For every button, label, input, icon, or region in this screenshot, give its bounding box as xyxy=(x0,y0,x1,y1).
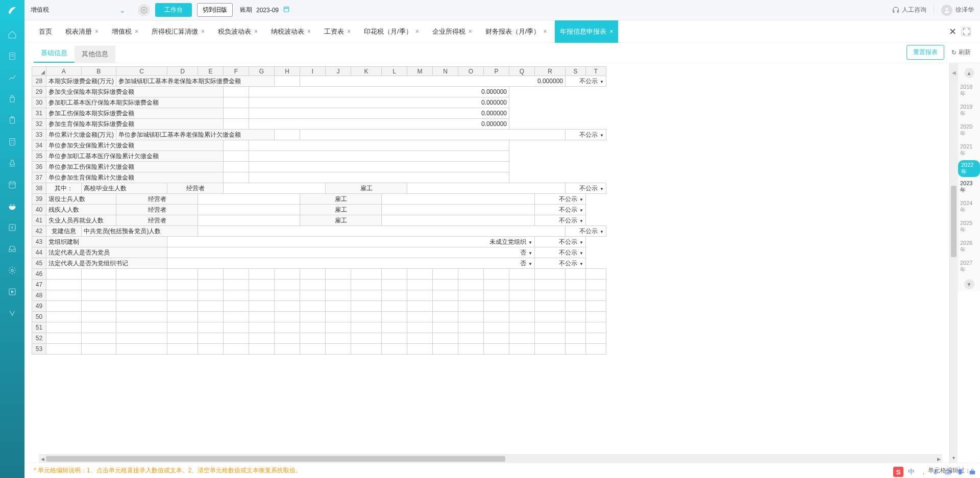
year-2021年[interactable]: 2021年 xyxy=(958,140,980,160)
vertical-scrollbar[interactable]: ▲ ▼ xyxy=(949,63,958,463)
row-header-41[interactable]: 41 xyxy=(32,215,46,226)
col-header-E[interactable]: E xyxy=(198,67,224,76)
row-header-47[interactable]: 47 xyxy=(32,280,46,290)
ime-toolbox-icon[interactable] xyxy=(968,467,977,476)
row-header-30[interactable]: 30 xyxy=(32,97,46,108)
tab-纳税波动表[interactable]: 纳税波动表× xyxy=(266,20,316,43)
g4-val-2[interactable]: 否 xyxy=(167,247,535,258)
col-header-G[interactable]: G xyxy=(249,67,275,76)
tab-close-icon[interactable]: × xyxy=(415,28,419,35)
row-header-44[interactable]: 44 xyxy=(32,247,46,258)
year-panel-expand-icon[interactable]: ◀ xyxy=(950,64,958,81)
nav-bag-icon[interactable] xyxy=(6,93,18,105)
nav-v-icon[interactable] xyxy=(6,307,18,319)
nav-chart-icon[interactable] xyxy=(6,71,18,84)
scroll-down-icon[interactable]: ▼ xyxy=(950,456,958,463)
row-header-43[interactable]: 43 xyxy=(32,237,46,247)
tab-财务报表（月/季）[interactable]: 财务报表（月/季）× xyxy=(480,20,552,43)
row-header-34[interactable]: 34 xyxy=(32,140,46,151)
g3-disp-1[interactable]: 不公示 xyxy=(535,194,586,205)
col-header-S[interactable]: S xyxy=(566,67,586,76)
reset-report-button[interactable]: 重置报表 xyxy=(906,45,944,60)
row-header-31[interactable]: 31 xyxy=(32,108,46,119)
col-header-R[interactable]: R xyxy=(535,67,566,76)
row-header-39[interactable]: 39 xyxy=(32,194,46,205)
tab-税负波动表[interactable]: 税负波动表× xyxy=(213,20,263,43)
row-header-51[interactable]: 51 xyxy=(32,322,46,333)
horizontal-scrollbar[interactable]: ◀ ▶ xyxy=(39,455,942,463)
col-header-N[interactable]: N xyxy=(433,67,458,76)
row-header-42[interactable]: 42 xyxy=(32,226,46,237)
year-2019年[interactable]: 2019年 xyxy=(958,100,980,120)
year-2022年[interactable]: 2022年 xyxy=(958,160,980,177)
spreadsheet-grid[interactable]: ABCDEFGHIJKLMNOPQRST28本期实际缴费金额(万元)参加城镇职工… xyxy=(32,66,606,355)
row-header-28[interactable]: 28 xyxy=(32,76,46,87)
nav-doc-icon[interactable] xyxy=(6,50,18,62)
col-header-J[interactable]: J xyxy=(326,67,351,76)
subtab-other[interactable]: 其他信息 xyxy=(75,45,115,63)
g2-disp[interactable]: 不公示 xyxy=(566,130,606,140)
row-header-29[interactable]: 29 xyxy=(32,87,46,97)
tabs-expand-icon[interactable]: ⛶ xyxy=(962,27,971,36)
nav-return-icon[interactable] xyxy=(6,221,18,234)
g3-disp-3[interactable]: 不公示 xyxy=(535,215,586,226)
g4-disp-2[interactable]: 不公示 xyxy=(535,247,586,258)
g1-disp[interactable]: 不公示 xyxy=(566,76,606,87)
subtab-basic[interactable]: 基础信息 xyxy=(34,44,75,63)
ime-skin-icon[interactable] xyxy=(955,467,965,476)
year-2024年[interactable]: 2024年 xyxy=(958,197,980,217)
nav-clipboard-icon[interactable] xyxy=(6,114,18,127)
g4-val-0[interactable] xyxy=(198,226,566,237)
ime-lang-icon[interactable]: 中 xyxy=(906,467,916,476)
g3-disp-2[interactable]: 不公示 xyxy=(535,205,586,215)
col-header-C[interactable]: C xyxy=(116,67,167,76)
col-header-K[interactable]: K xyxy=(351,67,382,76)
g2-val-1[interactable] xyxy=(249,140,509,151)
g1-val-2[interactable]: 0.000000 xyxy=(249,97,509,108)
g4-disp-3[interactable]: 不公示 xyxy=(535,258,586,269)
col-header-O[interactable]: O xyxy=(458,67,484,76)
tab-close-icon[interactable]: × xyxy=(95,28,99,35)
col-header-L[interactable]: L xyxy=(382,67,407,76)
workbench-button[interactable]: 工作台 xyxy=(155,3,192,17)
g4-val-1[interactable]: 未成立党组织 xyxy=(167,237,535,247)
col-header-I[interactable]: I xyxy=(300,67,326,76)
g2-val-4[interactable] xyxy=(249,172,509,183)
account-selector[interactable]: 增值税 ⌄ xyxy=(31,6,133,14)
v-scroll-thumb[interactable] xyxy=(951,186,957,257)
tab-首页[interactable]: 首页 xyxy=(34,20,57,43)
g4-val-3[interactable]: 否 xyxy=(167,258,535,269)
col-header-A[interactable]: A xyxy=(46,67,82,76)
row-header-37[interactable]: 37 xyxy=(32,172,46,183)
row-header-50[interactable]: 50 xyxy=(32,312,46,322)
year-2025年[interactable]: 2025年 xyxy=(958,217,980,237)
g2-val-0[interactable] xyxy=(300,130,566,140)
row-header-32[interactable]: 32 xyxy=(32,119,46,130)
col-header-Q[interactable]: Q xyxy=(509,67,535,76)
col-header-T[interactable]: T xyxy=(586,67,606,76)
col-header-M[interactable]: M xyxy=(407,67,433,76)
row-header-38[interactable]: 38 xyxy=(32,183,46,194)
tab-所得税汇算清缴[interactable]: 所得税汇算清缴× xyxy=(146,20,210,43)
scroll-right-icon[interactable]: ▶ xyxy=(935,455,942,463)
row-header-35[interactable]: 35 xyxy=(32,151,46,162)
tab-close-icon[interactable]: × xyxy=(201,28,205,35)
row-header-36[interactable]: 36 xyxy=(32,162,46,172)
col-header-P[interactable]: P xyxy=(484,67,509,76)
tab-close-icon[interactable]: × xyxy=(254,28,258,35)
user-avatar[interactable] xyxy=(941,5,952,16)
ime-mic-icon[interactable] xyxy=(931,467,940,476)
row-header-45[interactable]: 45 xyxy=(32,258,46,269)
ime-punct-icon[interactable]: ， xyxy=(919,467,928,476)
g3-disp-0[interactable]: 不公示 xyxy=(566,183,606,194)
nav-stamp-icon[interactable] xyxy=(6,157,18,169)
consult-button[interactable]: 人工咨询 xyxy=(892,6,926,14)
year-2023年[interactable]: 2023年 xyxy=(958,177,980,197)
row-header-40[interactable]: 40 xyxy=(32,205,46,215)
col-header-D[interactable]: D xyxy=(167,67,198,76)
year-up-icon[interactable]: ▲ xyxy=(964,68,974,78)
list-toggle-button[interactable] xyxy=(138,4,150,16)
nav-calendar-icon[interactable] xyxy=(6,179,18,191)
col-header-H[interactable]: H xyxy=(275,67,300,76)
nav-home-icon[interactable] xyxy=(6,29,18,41)
